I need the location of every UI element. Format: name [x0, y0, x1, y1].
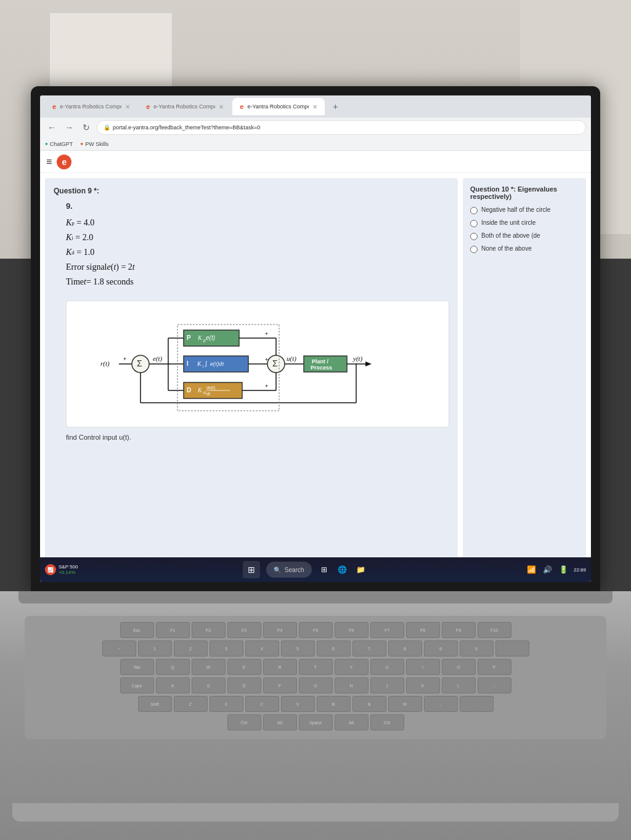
- svg-text:e(t): e(t): [153, 355, 163, 363]
- key-g[interactable]: G: [299, 677, 333, 693]
- key-c[interactable]: C: [245, 696, 279, 712]
- key-p[interactable]: P: [478, 659, 511, 675]
- key-l[interactable]: L: [442, 677, 476, 693]
- key-y[interactable]: Y: [335, 659, 368, 675]
- bookmark-pwskills[interactable]: ● PW Skills: [80, 141, 108, 147]
- option-inside-circle[interactable]: Inside the unit circle: [470, 219, 579, 227]
- key-m[interactable]: M: [388, 696, 422, 712]
- key-4[interactable]: 4: [245, 640, 279, 656]
- key-d[interactable]: D: [227, 677, 261, 693]
- browser-tab-1[interactable]: e e-Yantra Robotics Competitic ✕: [45, 98, 137, 115]
- key-o[interactable]: O: [442, 659, 476, 675]
- key-9[interactable]: 9: [424, 640, 458, 656]
- key-f10[interactable]: F10: [478, 622, 511, 638]
- key-f4[interactable]: F4: [263, 622, 297, 638]
- key-q[interactable]: Q: [156, 659, 190, 675]
- radio-none-above[interactable]: [470, 246, 478, 253]
- taskbar-apps-icon[interactable]: ⊞: [318, 563, 330, 576]
- key-0[interactable]: 0: [460, 640, 494, 656]
- key-j[interactable]: J: [370, 677, 404, 693]
- key-n[interactable]: N: [352, 696, 386, 712]
- key-w[interactable]: W: [192, 659, 226, 675]
- key-8[interactable]: 8: [388, 640, 422, 656]
- key-f[interactable]: F: [263, 677, 297, 693]
- key-f8[interactable]: F8: [406, 622, 440, 638]
- refresh-button[interactable]: ↻: [79, 121, 93, 134]
- key-esc[interactable]: Esc: [120, 622, 154, 638]
- radio-both-above[interactable]: [470, 233, 478, 240]
- browser-tab-3[interactable]: e e-Yantra Robotics Competitic ✕: [232, 98, 325, 115]
- key-t[interactable]: T: [299, 659, 333, 675]
- option-negative-half[interactable]: Negative half of the circle: [470, 206, 579, 214]
- taskbar-browser-icon[interactable]: 🌐: [336, 563, 349, 576]
- battery-icon[interactable]: 🔋: [558, 563, 570, 576]
- taskbar-search[interactable]: 🔍 Search: [266, 562, 312, 578]
- tab-close-2[interactable]: ✕: [219, 103, 224, 110]
- key-2[interactable]: 2: [174, 640, 208, 656]
- key-6[interactable]: 6: [317, 640, 351, 656]
- option-negative-half-text: Negative half of the circle: [481, 206, 550, 213]
- tab-close-1[interactable]: ✕: [125, 103, 130, 110]
- key-v[interactable]: V: [281, 696, 315, 712]
- search-placeholder: Search: [285, 567, 304, 573]
- browser-tab-2[interactable]: e e-Yantra Robotics Competitic ✕: [139, 98, 231, 115]
- key-caps[interactable]: Caps: [120, 677, 154, 693]
- key-b[interactable]: B: [317, 696, 351, 712]
- key-h[interactable]: H: [335, 677, 368, 693]
- svg-text:u(t): u(t): [287, 355, 296, 363]
- bookmark-chatgpt[interactable]: ● ChatGPT: [45, 141, 73, 147]
- key-x[interactable]: X: [210, 696, 243, 712]
- option-both-above[interactable]: Both of the above (de: [470, 232, 579, 240]
- search-icon: 🔍: [274, 567, 281, 573]
- tab-label-3: e-Yantra Robotics Competitic: [247, 103, 309, 110]
- option-none-above[interactable]: None of the above: [470, 245, 579, 253]
- radio-negative-half[interactable]: [470, 207, 478, 214]
- hamburger-icon[interactable]: ≡: [46, 156, 52, 168]
- new-tab-button[interactable]: +: [328, 100, 342, 113]
- key-ctrl-right[interactable]: Ctrl: [370, 714, 404, 730]
- key-s[interactable]: S: [192, 677, 226, 693]
- key-f3[interactable]: F3: [227, 622, 261, 638]
- key-k[interactable]: K: [406, 677, 440, 693]
- key-z[interactable]: Z: [174, 696, 208, 712]
- key-semicolon[interactable]: ;: [478, 677, 511, 693]
- key-e[interactable]: E: [227, 659, 261, 675]
- key-7[interactable]: 7: [352, 640, 386, 656]
- key-comma[interactable]: ,: [424, 696, 458, 712]
- forward-button[interactable]: →: [62, 121, 76, 134]
- key-space[interactable]: Space: [299, 714, 333, 730]
- key-shift[interactable]: Shift: [138, 696, 172, 712]
- key-3[interactable]: 3: [210, 640, 243, 656]
- key-alt-right[interactable]: Alt: [335, 714, 368, 730]
- key-f6-label: F6: [349, 628, 354, 632]
- key-f7[interactable]: F7: [370, 622, 404, 638]
- address-bar[interactable]: 🔒 portal.e-yantra.org/feedback_themeTest…: [97, 120, 586, 135]
- key-tab[interactable]: Tab: [120, 659, 154, 675]
- windows-button[interactable]: ⊞: [243, 561, 260, 578]
- key-f9[interactable]: F9: [442, 622, 476, 638]
- key-f6[interactable]: F6: [335, 622, 368, 638]
- key-5[interactable]: 5: [281, 640, 315, 656]
- key-tilde[interactable]: ~: [102, 640, 136, 656]
- tab-close-3[interactable]: ✕: [312, 103, 317, 110]
- key-f3-label: F3: [242, 628, 246, 632]
- taskbar-files-icon[interactable]: 📁: [355, 563, 367, 576]
- sound-icon[interactable]: 🔊: [542, 563, 554, 576]
- key-a[interactable]: A: [156, 677, 190, 693]
- key-ctrl-left[interactable]: Ctrl: [227, 714, 261, 730]
- key-minus[interactable]: -: [495, 640, 529, 656]
- network-icon[interactable]: 📶: [526, 563, 538, 576]
- key-f1[interactable]: F1: [156, 622, 190, 638]
- back-button[interactable]: ←: [45, 121, 59, 134]
- key-i[interactable]: I: [406, 659, 440, 675]
- laptop-hinge: [18, 591, 613, 604]
- svg-text:d: d: [203, 390, 206, 395]
- radio-inside-circle[interactable]: [470, 220, 478, 227]
- key-f5[interactable]: F5: [299, 622, 333, 638]
- key-u[interactable]: U: [370, 659, 404, 675]
- key-alt-left[interactable]: Alt: [263, 714, 297, 730]
- key-f2[interactable]: F2: [192, 622, 226, 638]
- key-period[interactable]: .: [460, 696, 494, 712]
- key-r[interactable]: R: [263, 659, 297, 675]
- key-1[interactable]: 1: [138, 640, 172, 656]
